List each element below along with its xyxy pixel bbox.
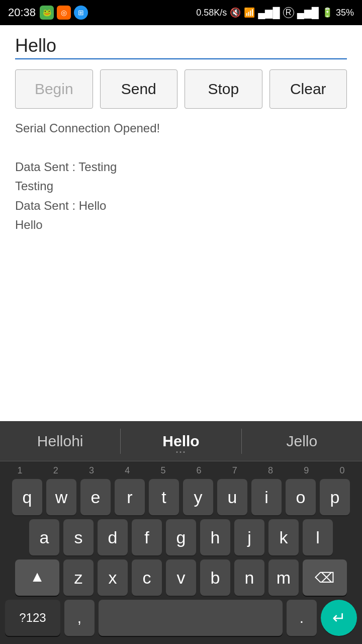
space-key[interactable] <box>99 600 283 636</box>
key-w[interactable]: w <box>46 479 76 515</box>
enter-key[interactable]: ↵ <box>321 600 357 636</box>
comma-key[interactable]: , <box>64 600 95 636</box>
text-input-container <box>15 35 347 59</box>
key-z[interactable]: z <box>63 559 94 596</box>
comma-label: , <box>77 609 81 626</box>
key-n[interactable]: n <box>234 559 264 596</box>
suggestion-right[interactable]: Jello <box>242 421 362 461</box>
key-j[interactable]: j <box>234 519 264 555</box>
key-s[interactable]: s <box>63 519 94 555</box>
suggestion-center[interactable]: Hello <box>121 421 241 461</box>
signal-icon-1: ▄▆█ <box>258 7 280 19</box>
app-icon-1: 🐸 <box>40 6 54 20</box>
log-line-6: Hello <box>15 215 347 234</box>
number-row: 1 2 3 4 5 6 7 8 9 0 <box>0 461 362 477</box>
key-o[interactable]: o <box>286 479 316 515</box>
num-key-1[interactable]: 1 <box>2 464 38 477</box>
key-row-3: ▲ z x c v b n m ⌫ <box>0 557 362 598</box>
app-icons: 🐸 ◎ ⊞ <box>40 6 88 20</box>
key-a[interactable]: a <box>29 519 59 555</box>
shift-key[interactable]: ▲ <box>15 559 59 596</box>
key-y[interactable]: y <box>183 479 213 515</box>
app-icon-2: ◎ <box>57 6 71 20</box>
num-key-9[interactable]: 9 <box>289 464 324 477</box>
begin-button[interactable]: Begin <box>15 69 93 109</box>
battery-icon: 🔋 <box>322 7 333 18</box>
key-l[interactable]: l <box>303 519 333 555</box>
status-bar: 20:38 🐸 ◎ ⊞ 0.58K/s 🔇 📶 ▄▆█ R ▄▆█ 🔋 35% <box>0 0 362 25</box>
key-row-1: q w e r t y u i o p <box>0 477 362 517</box>
r-icon: R <box>283 7 294 18</box>
key-d[interactable]: d <box>98 519 128 555</box>
key-r[interactable]: r <box>115 479 145 515</box>
suggestion-left[interactable]: Hellohi <box>0 421 120 461</box>
keyboard: Hellohi Hello Jello 1 2 3 4 5 6 7 8 9 0 … <box>0 421 362 644</box>
num-key-7[interactable]: 7 <box>217 464 252 477</box>
key-c[interactable]: c <box>132 559 162 596</box>
period-key[interactable]: . <box>287 600 317 636</box>
key-u[interactable]: u <box>217 479 247 515</box>
clear-button[interactable]: Clear <box>269 69 347 109</box>
num-key-8[interactable]: 8 <box>252 464 288 477</box>
key-p[interactable]: p <box>320 479 350 515</box>
log-area: Serial Connection Opened! Data Sent : Te… <box>15 119 347 234</box>
log-line-3: Data Sent : Testing <box>15 157 347 177</box>
send-button[interactable]: Send <box>100 69 178 109</box>
key-f[interactable]: f <box>132 519 162 555</box>
key-v[interactable]: v <box>166 559 196 596</box>
key-k[interactable]: k <box>268 519 299 555</box>
key-b[interactable]: b <box>200 559 230 596</box>
main-content: Begin Send Stop Clear Serial Connection … <box>0 25 362 243</box>
num-switch-key[interactable]: ?123 <box>5 600 60 636</box>
battery-percent: 35% <box>336 8 354 18</box>
key-t[interactable]: t <box>149 479 179 515</box>
network-speed: 0.58K/s <box>196 8 227 18</box>
log-line-4: Testing <box>15 177 347 196</box>
log-line-1: Serial Connection Opened! <box>15 119 347 138</box>
key-e[interactable]: e <box>80 479 111 515</box>
num-key-6[interactable]: 6 <box>181 464 217 477</box>
buttons-row: Begin Send Stop Clear <box>15 69 347 109</box>
status-time: 20:38 <box>8 6 36 19</box>
num-switch-label: ?123 <box>19 611 46 625</box>
wifi-icon: 📶 <box>244 7 255 18</box>
signal-icon-2: ▄▆█ <box>297 7 319 19</box>
num-key-4[interactable]: 4 <box>110 464 145 477</box>
bottom-key-row: ?123 , . ↵ <box>0 598 362 644</box>
key-q[interactable]: q <box>12 479 42 515</box>
key-g[interactable]: g <box>166 519 196 555</box>
enter-icon: ↵ <box>332 608 346 627</box>
log-line-2 <box>15 138 347 157</box>
suggestions-bar: Hellohi Hello Jello <box>0 421 362 461</box>
backspace-key[interactable]: ⌫ <box>303 559 347 596</box>
app-icon-3: ⊞ <box>74 6 88 20</box>
key-x[interactable]: x <box>98 559 128 596</box>
message-input[interactable] <box>15 35 347 56</box>
shift-icon: ▲ <box>30 568 45 587</box>
num-key-0[interactable]: 0 <box>324 464 360 477</box>
period-label: . <box>300 609 304 626</box>
key-i[interactable]: i <box>251 479 282 515</box>
key-m[interactable]: m <box>268 559 299 596</box>
status-right-icons: 0.58K/s 🔇 📶 ▄▆█ R ▄▆█ 🔋 35% <box>196 7 354 19</box>
num-key-2[interactable]: 2 <box>38 464 73 477</box>
num-key-5[interactable]: 5 <box>145 464 181 477</box>
stop-button[interactable]: Stop <box>185 69 262 109</box>
key-h[interactable]: h <box>200 519 230 555</box>
log-line-5: Data Sent : Hello <box>15 196 347 215</box>
key-row-2: a s d f g h j k l <box>0 517 362 557</box>
mute-icon: 🔇 <box>230 7 241 18</box>
num-key-3[interactable]: 3 <box>73 464 109 477</box>
